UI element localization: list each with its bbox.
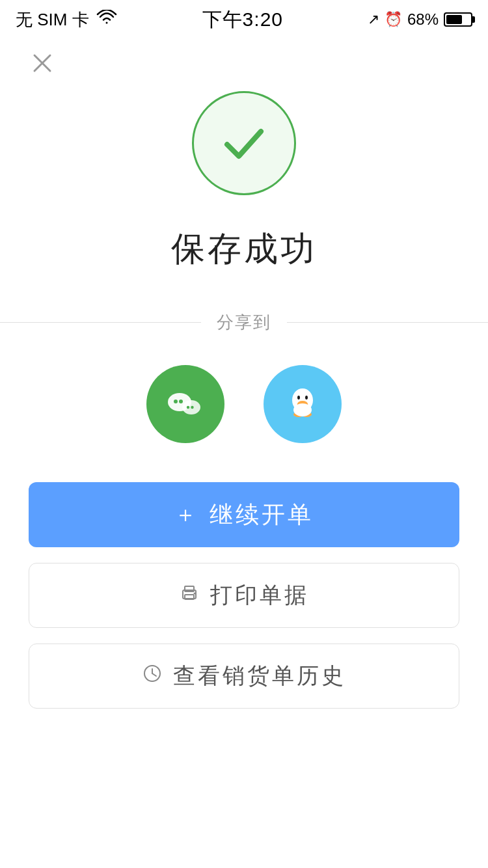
status-time: 下午3:20 [202,7,283,33]
svg-point-20 [194,593,196,595]
status-left: 无 SIM 卡 [16,8,118,31]
divider-line-right [287,322,488,323]
status-bar: 无 SIM 卡 下午3:20 ↗ ⏰ 68% [0,0,488,39]
svg-point-4 [179,400,183,403]
carrier-text: 无 SIM 卡 [16,8,89,31]
wechat-share-button[interactable] [146,365,224,443]
svg-point-11 [297,396,300,400]
location-icon: ↗ [368,11,379,28]
history-button[interactable]: 查看销货单历史 [29,644,459,709]
history-label: 查看销货单历史 [173,661,346,691]
print-button[interactable]: 打印单据 [29,563,459,628]
share-label: 分享到 [201,311,287,334]
action-buttons: ＋ 继续开单 打印单据 [0,482,488,709]
share-icons [146,365,342,443]
success-title: 保存成功 [171,226,317,272]
clock-icon [142,663,163,689]
svg-point-3 [174,400,178,403]
share-section: 分享到 [0,311,488,443]
wifi-icon [96,10,118,30]
alarm-icon: ⏰ [385,11,402,28]
divider-line-left [0,322,201,323]
print-label: 打印单据 [210,580,309,610]
svg-point-16 [293,403,312,416]
svg-point-12 [305,396,308,400]
main-content: 保存成功 分享到 [0,39,488,709]
svg-point-6 [187,406,189,409]
close-button[interactable] [26,47,59,79]
qq-share-button[interactable] [264,365,342,443]
plus-icon: ＋ [174,500,199,530]
printer-icon [179,582,200,608]
battery-percent: 68% [407,10,439,29]
continue-label: 继续开单 [210,499,314,531]
svg-line-23 [152,673,156,676]
status-right: ↗ ⏰ 68% [368,10,472,29]
battery-indicator [444,12,472,27]
share-divider: 分享到 [0,311,488,334]
svg-point-7 [191,406,193,409]
continue-button[interactable]: ＋ 继续开单 [29,482,459,547]
success-icon-circle [192,91,296,195]
